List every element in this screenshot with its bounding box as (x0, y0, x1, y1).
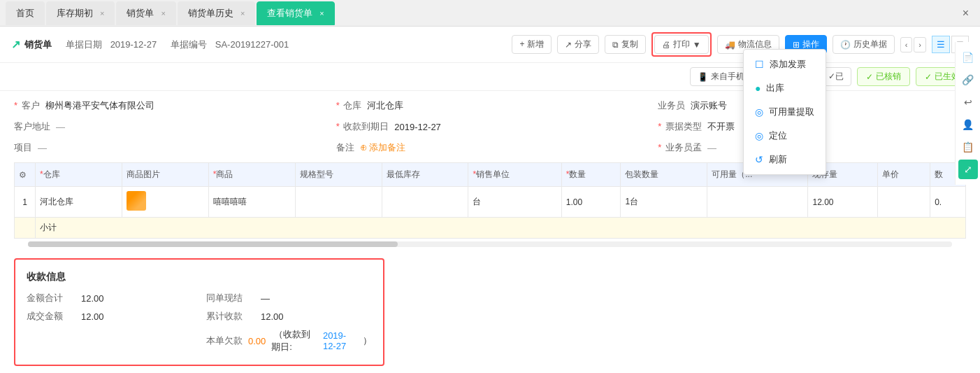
cumulative-row: 累计收款 12.00 (206, 310, 372, 323)
list-view-button[interactable]: ☰ (932, 36, 950, 53)
add-invoice-item[interactable]: ☐ 添加发票 (744, 52, 826, 76)
locate-icon: ◎ (755, 130, 763, 141)
business-value: — (707, 143, 716, 153)
tab-sales[interactable]: 销货单 × (116, 1, 175, 25)
copy-icon: ⧉ (612, 40, 619, 50)
outbound-label: 出库 (766, 82, 784, 94)
settings-icon[interactable]: ⚙ (19, 170, 27, 180)
col-spec: 规格型号 (295, 163, 382, 187)
tab-sales-history-label: 销货单历史 (188, 7, 233, 20)
cumulative-label: 累计收款 (206, 310, 255, 323)
sidebar-doc-icon[interactable]: 📄 (958, 48, 978, 67)
table-container: ⚙ *仓库 商品图片 *商品 规格型号 最低库存 *销售单位 *数量 (0, 162, 980, 250)
refresh-label: 刷新 (769, 153, 787, 166)
salesperson-value: 演示账号 (691, 99, 727, 112)
payment-date-value: 2019-12-27 (394, 122, 441, 132)
row-extra: 0. (930, 187, 966, 218)
warehouse-value: 河北仓库 (367, 99, 403, 112)
address-value: — (56, 122, 65, 132)
project-value: — (38, 143, 47, 153)
table-body: 1 河北仓库 嘻嘻嘻嘻 台 1.00 1台 12.00 0. (15, 187, 966, 239)
due-label: 本单欠款 (206, 335, 243, 347)
sidebar-clipboard-icon[interactable]: 📋 (958, 137, 978, 157)
doc-title: ↗ 销货单 (11, 38, 52, 51)
row-img (122, 187, 208, 218)
right-sidebar: 📄 🔗 ↩ 👤 📋 ⤢ (955, 42, 980, 185)
refresh-item[interactable]: ↺ 刷新 (744, 148, 826, 171)
same-order-label: 同单现结 (206, 292, 255, 304)
transaction-value: 12.00 (81, 311, 104, 322)
sidebar-user-icon[interactable]: 👤 (958, 115, 978, 134)
scrollbar-thumb[interactable] (28, 241, 398, 247)
cancelled-button[interactable]: ✓ 已核销 (857, 67, 910, 86)
ticket-type-value: 不开票 (707, 120, 735, 133)
outbound-item[interactable]: ● 出库 (744, 76, 826, 100)
extract-icon: ◎ (755, 106, 763, 118)
next-button[interactable]: › (914, 37, 926, 52)
print-button[interactable]: 🖨 打印 ▼ (654, 35, 709, 54)
sidebar-link-icon[interactable]: 🔗 (958, 70, 978, 90)
new-button[interactable]: + 新增 (512, 35, 551, 54)
row-product: 嘻嘻嘻嘻 (208, 187, 295, 218)
tab-view-sales-label: 查看销货单 (267, 7, 312, 20)
locate-item[interactable]: ◎ 定位 (744, 124, 826, 148)
window-close-button[interactable]: × (957, 4, 974, 22)
table-row: 1 河北仓库 嘻嘻嘻嘻 台 1.00 1台 12.00 0. (15, 187, 966, 218)
row-current: 12.00 (808, 187, 878, 218)
subtotal-row: 小计 (15, 218, 966, 239)
print-dropdown-arrow: ▼ (693, 40, 701, 50)
doc-header: ↗ 销货单 单据日期 2019-12-27 单据编号 SA-20191227-0… (0, 27, 980, 63)
payment-date-field: * 收款到期日 2019-12-27 (336, 120, 644, 133)
tab-inventory-close[interactable]: × (100, 9, 104, 17)
row-price (877, 187, 930, 218)
sidebar-return-icon[interactable]: ↩ (958, 92, 978, 112)
doc-number-value: SA-20191227-001 (215, 39, 289, 50)
transaction-label: 成交金额 (27, 310, 75, 323)
available-extract-item[interactable]: ◎ 可用量提取 (744, 100, 826, 124)
invoice-icon: ☐ (755, 59, 764, 70)
doc-date-value: 2019-12-27 (110, 39, 157, 50)
tab-sales-label: 销货单 (127, 7, 154, 20)
share-icon: ↗ (565, 40, 572, 50)
tab-sales-history[interactable]: 销货单历史 × (178, 1, 255, 25)
row-available (707, 187, 808, 218)
payment-grid: 金额合计 12.00 成交金额 12.00 同单现结 — 累计收款 12.00 (27, 292, 372, 353)
secondary-toolbar: 📱 来自手机 未开票 ✓已 ✓ 已核销 ✓ 已生效 (0, 63, 980, 91)
notes-field: 备注 ⊕ 添加备注 (336, 141, 644, 154)
copy-button[interactable]: ⧉ 复制 (605, 35, 646, 54)
payment-col-right: 同单现结 — 累计收款 12.00 本单欠款 0.00 （收款到期日: 2019… (206, 292, 372, 353)
prev-button[interactable]: ‹ (900, 37, 913, 52)
history-icon: 🕐 (840, 40, 851, 50)
due-value: 0.00 (248, 336, 266, 346)
share-button[interactable]: ↗ 分享 (557, 35, 599, 54)
tab-bar: 首页 库存期初 × 销货单 × 销货单历史 × 查看销货单 × × (0, 0, 980, 27)
tab-view-sales[interactable]: 查看销货单 × (257, 1, 334, 25)
available-extract-label: 可用量提取 (769, 106, 814, 118)
due-note: （收款到期日: (271, 328, 317, 353)
row-spec (295, 187, 382, 218)
same-order-row: 同单现结 — (206, 292, 372, 304)
due-date: 2019-12-27 (323, 330, 357, 351)
tab-home[interactable]: 首页 (6, 1, 45, 25)
sidebar-expand-icon[interactable]: ⤢ (958, 160, 978, 179)
tab-sales-close[interactable]: × (161, 9, 165, 17)
refresh-icon: ↺ (755, 154, 763, 165)
tab-view-sales-close[interactable]: × (319, 9, 324, 17)
tab-inventory[interactable]: 库存期初 × (46, 1, 115, 25)
payment-title: 收款信息 (27, 271, 372, 283)
col-min-stock: 最低库存 (382, 163, 468, 187)
col-product-img: 商品图片 (122, 163, 208, 187)
horizontal-scrollbar[interactable] (28, 241, 952, 247)
transaction-row: 成交金额 12.00 (27, 310, 192, 323)
doc-actions: + 新增 ↗ 分享 ⧉ 复制 🖨 打印 ▼ 🚚 物流信息 ⊞ (512, 32, 969, 57)
subtotal-label: 小计 (36, 218, 966, 239)
add-notes-link[interactable]: ⊕ 添加备注 (360, 141, 406, 154)
row-pkg-qty: 1台 (621, 187, 707, 218)
col-unit: *销售单位 (468, 163, 561, 187)
col-settings[interactable]: ⚙ (15, 163, 36, 187)
project-field: 项目 — (14, 141, 322, 154)
main-content: ↗ 销货单 单据日期 2019-12-27 单据编号 SA-20191227-0… (0, 27, 980, 373)
customer-field: * 客户 柳州粤港平安气体有限公司 (14, 99, 322, 112)
history-button[interactable]: 🕐 历史单据 (833, 35, 895, 54)
tab-sales-history-close[interactable]: × (240, 9, 245, 17)
